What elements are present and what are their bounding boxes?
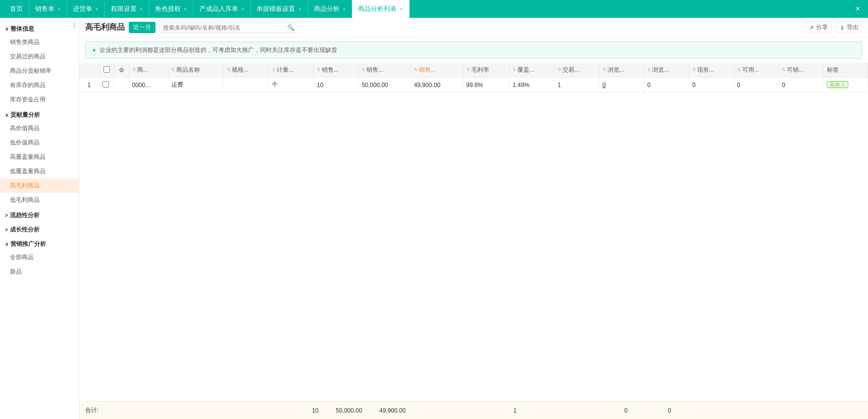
- export-icon: ⇓: [840, 24, 845, 31]
- close-tab-button[interactable]: ×: [57, 6, 60, 12]
- cell-available: 0: [734, 78, 779, 93]
- col-trade-header: ⇅交易...: [554, 63, 599, 78]
- nav-tab-权限设置[interactable]: 权限设置×: [105, 0, 149, 18]
- nav-tab-进货单[interactable]: 进货单×: [67, 0, 104, 18]
- cell-sales-amount: 50,000.00: [358, 78, 411, 93]
- table-wrapper[interactable]: ⚙ ⇅商... ⇅商品名称 ⇅规格... ⇅计量... ⇅销售... ⇅销售..…: [79, 63, 868, 401]
- close-tab-button[interactable]: ×: [241, 6, 244, 12]
- close-tab-button[interactable]: ×: [400, 6, 403, 12]
- tag-badge: 高收入: [827, 81, 848, 88]
- sidebar-group-label: 流趋性分析: [10, 211, 40, 220]
- top-nav: 首页销售单×进货单×权限设置×角色授权×产成品入库单×单据模板设置×商品分析×商…: [0, 0, 868, 18]
- sidebar-item-低覆盖量商品[interactable]: 低覆盖量商品: [0, 164, 79, 179]
- data-table: ⚙ ⇅商... ⇅商品名称 ⇅规格... ⇅计量... ⇅销售... ⇅销售..…: [79, 63, 868, 93]
- select-all-checkbox[interactable]: [103, 66, 110, 73]
- page-title: 高毛利商品: [85, 22, 125, 33]
- sidebar-item-低价值商品[interactable]: 低价值商品: [0, 136, 79, 150]
- nav-tab-产成品入库单[interactable]: 产成品入库单×: [194, 0, 251, 18]
- col-name-header: ⇅商品名称: [168, 63, 224, 78]
- cell-browse1: 0: [599, 78, 644, 93]
- close-tab-button[interactable]: ×: [140, 6, 143, 12]
- sidebar-item-新品[interactable]: 新品: [0, 265, 79, 279]
- col-num-header: [79, 63, 99, 78]
- cell-browse2: 0: [644, 78, 689, 93]
- sidebar-group-流趋性分析[interactable]: >流趋性分析: [0, 207, 79, 222]
- row-checkbox[interactable]: [102, 81, 109, 88]
- sidebar-group-贡献量分析[interactable]: ∨贡献量分析: [0, 107, 79, 121]
- col-available-header: ⇅可用...: [734, 63, 779, 78]
- sidebar-item-高覆盖量商品[interactable]: 高覆盖量商品: [0, 150, 79, 164]
- share-icon: ⇗: [809, 24, 814, 31]
- close-tab-button[interactable]: ×: [343, 6, 346, 12]
- footer-trade: 1: [483, 407, 522, 414]
- col-sales-profit-header: ⇅销售...: [410, 63, 463, 78]
- sidebar-item-低毛利商品[interactable]: 低毛利商品: [0, 193, 79, 207]
- search-icon[interactable]: 🔍: [287, 24, 295, 31]
- search-input[interactable]: [163, 24, 287, 31]
- sidebar-item-库存资金占用[interactable]: 库存资金占用: [0, 93, 79, 107]
- sidebar-item-全部商品[interactable]: 全部商品: [0, 250, 79, 265]
- table-header: ⚙ ⇅商... ⇅商品名称 ⇅规格... ⇅计量... ⇅销售... ⇅销售..…: [79, 63, 868, 78]
- cell-unit: 个: [269, 78, 314, 93]
- date-filter-button[interactable]: 近一月: [129, 22, 155, 33]
- col-sales-amount-header: ⇅销售...: [358, 63, 411, 78]
- sidebar-item-高毛利商品[interactable]: 高毛利商品: [0, 179, 79, 193]
- group-arrow-icon: ∨: [5, 112, 8, 118]
- footer-sales-qty: 10: [285, 407, 324, 414]
- cell-settings: [114, 78, 129, 93]
- table-body: 10000...运费个1050,000.0049,900.0099.8%1.49…: [79, 78, 868, 93]
- sidebar-item-销售类商品[interactable]: 销售类商品: [0, 35, 79, 49]
- cell-spec: [224, 78, 269, 93]
- sidebar-item-商品分贡献销率[interactable]: 商品分贡献销率: [0, 64, 79, 78]
- sidebar-group-label: 成长性分析: [10, 226, 40, 234]
- header-actions: ⇗ 分享 ⇓ 导出: [806, 22, 862, 33]
- nav-tab-单据模板设置[interactable]: 单据模板设置×: [251, 0, 307, 18]
- sidebar-group-成长性分析[interactable]: >成长性分析: [0, 222, 79, 236]
- share-button[interactable]: ⇗ 分享: [806, 22, 831, 33]
- sidebar-content: ∨整体信息销售类商品交易过的商品商品分贡献销率有库存的商品库存资金占用∨贡献量分…: [0, 18, 79, 279]
- nav-tab-角色授权[interactable]: 角色授权×: [149, 0, 193, 18]
- sidebar-group-label: 营销推广分析: [10, 240, 46, 248]
- info-icon: ✦: [92, 47, 97, 54]
- group-arrow-icon: >: [5, 227, 8, 233]
- cell-num: 1: [79, 78, 99, 93]
- footer-available: 0: [637, 407, 677, 414]
- cell-current-stock: 0: [689, 78, 734, 93]
- sidebar-group-整体信息[interactable]: ∨整体信息: [0, 21, 79, 35]
- col-coverage-header: ⇅覆盖...: [510, 63, 555, 78]
- col-check-header: [99, 63, 114, 78]
- close-tab-button[interactable]: ×: [184, 6, 187, 12]
- group-arrow-icon: >: [5, 213, 8, 218]
- nav-tab-销售单[interactable]: 销售单×: [29, 0, 67, 18]
- cell-browse1-link[interactable]: 0: [603, 82, 606, 89]
- col-browse2-header: ⇅浏览...: [644, 63, 689, 78]
- sidebar-group-营销推广分析[interactable]: ∨营销推广分析: [0, 236, 79, 250]
- cell-trade: 1: [554, 78, 599, 93]
- close-tab-button[interactable]: ×: [95, 6, 98, 12]
- col-sellable-header: ⇅可销...: [779, 63, 824, 78]
- sidebar-item-交易过的商品[interactable]: 交易过的商品: [0, 49, 79, 64]
- close-tab-button[interactable]: ×: [298, 6, 301, 12]
- col-current-stock-header: ⇅现有...: [689, 63, 734, 78]
- footer-label: 合计:: [85, 406, 99, 415]
- col-browse1-header: ⇅浏览...: [599, 63, 644, 78]
- cell-code: 0000...: [129, 78, 168, 93]
- cell-sellable: 0: [779, 78, 824, 93]
- nav-tab-首页[interactable]: 首页: [4, 0, 29, 18]
- sidebar: 《 ∨整体信息销售类商品交易过的商品商品分贡献销率有库存的商品库存资金占用∨贡献…: [0, 18, 79, 419]
- col-unit-header: ⇅计量...: [269, 63, 314, 78]
- nav-tab-商品分析[interactable]: 商品分析×: [308, 0, 352, 18]
- col-settings-header[interactable]: ⚙: [114, 63, 129, 78]
- table-footer: 合计: 10 50,000.00 49,900.00 1 0 0: [79, 401, 868, 419]
- nav-tab-商品分析列表[interactable]: 商品分析列表×: [352, 0, 409, 18]
- close-all-button[interactable]: ×: [852, 4, 864, 13]
- info-banner-text: 企业的主要的利润都是这部分商品创造的，可考虑加大推广，同时关注库存是不要出现缺货: [100, 46, 337, 54]
- share-label: 分享: [816, 23, 828, 32]
- cell-coverage: 1.49%: [510, 78, 555, 93]
- table-row: 10000...运费个1050,000.0049,900.0099.8%1.49…: [79, 78, 868, 93]
- export-button[interactable]: ⇓ 导出: [836, 22, 862, 33]
- footer-sales-profit: 49,900.00: [372, 407, 411, 414]
- sidebar-collapse-button[interactable]: 《: [69, 22, 76, 31]
- sidebar-item-高价值商品[interactable]: 高价值商品: [0, 121, 79, 136]
- sidebar-item-有库存的商品[interactable]: 有库存的商品: [0, 78, 79, 93]
